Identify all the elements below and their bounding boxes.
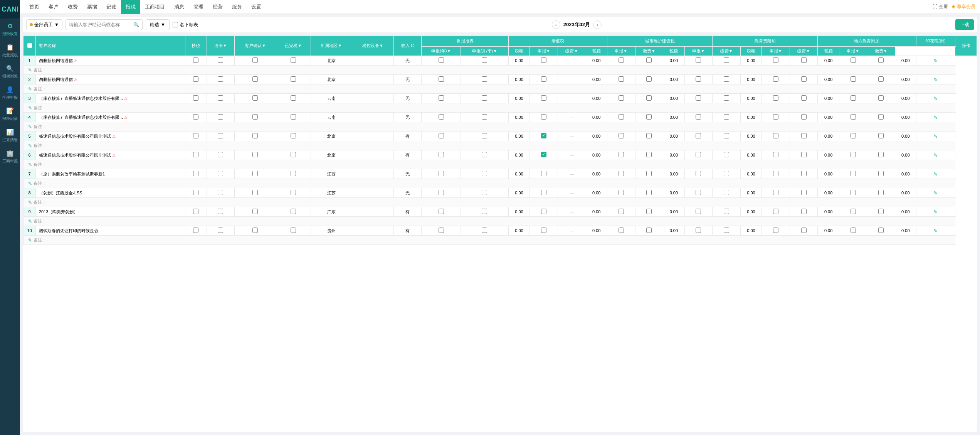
chaoshui-checkbox[interactable]	[193, 171, 198, 176]
tax-col-10[interactable]	[839, 207, 867, 217]
qingka-checkbox[interactable]	[218, 171, 223, 176]
caiwu-year-checkbox[interactable]	[439, 152, 444, 157]
completed-tax-checkbox[interactable]	[291, 171, 296, 176]
tax-checkbox[interactable]	[878, 190, 884, 195]
caiwu-month-checkbox[interactable]	[482, 209, 487, 214]
tax-col-11[interactable]	[867, 169, 895, 179]
tax-checkbox[interactable]	[696, 57, 701, 63]
tax-col-8[interactable]	[790, 169, 818, 179]
tax-checkbox[interactable]	[646, 190, 652, 195]
customer-confirm-cell[interactable]	[235, 150, 276, 160]
tax-col-2[interactable]	[635, 75, 663, 84]
tax-checkbox[interactable]	[619, 209, 624, 214]
zs-shenb-cell[interactable]	[530, 226, 558, 236]
tax-col-8[interactable]	[790, 75, 818, 84]
tax-col-8[interactable]	[790, 56, 818, 66]
caiwu-year-checkbox[interactable]	[439, 95, 444, 101]
customer-confirm-cell[interactable]	[235, 207, 276, 217]
tax-checkbox[interactable]	[851, 57, 856, 63]
tax-checkbox[interactable]	[646, 152, 652, 157]
edit-note-icon[interactable]: ✎	[28, 67, 32, 73]
tax-col-11[interactable]	[867, 226, 895, 236]
customer-confirm-cell[interactable]	[235, 169, 276, 179]
completed-tax-checkbox[interactable]	[291, 57, 296, 63]
qingka-cell[interactable]	[207, 75, 235, 84]
tax-col-10[interactable]	[839, 132, 867, 141]
qingka-checkbox[interactable]	[218, 133, 223, 138]
tax-checkbox[interactable]	[878, 209, 884, 214]
search-input[interactable]	[69, 22, 133, 27]
tax-checkbox[interactable]	[646, 76, 652, 82]
edit-note-icon[interactable]: ✎	[28, 162, 32, 167]
tax-checkbox[interactable]	[619, 228, 624, 233]
customer-confirm-checkbox[interactable]	[252, 209, 258, 214]
tax-checkbox[interactable]	[696, 114, 701, 120]
completed-tax-cell[interactable]	[276, 94, 311, 103]
tax-checkbox[interactable]	[696, 95, 701, 101]
zs-shenb-checkbox[interactable]	[541, 57, 546, 63]
edit-button[interactable]: ✎	[932, 209, 939, 215]
edit-note-icon[interactable]: ✎	[28, 105, 32, 111]
tax-col-4[interactable]	[684, 132, 713, 141]
tax-col-8[interactable]	[790, 94, 818, 103]
caiwu-month-cell[interactable]	[461, 207, 508, 217]
edit-note-icon[interactable]: ✎	[28, 143, 32, 148]
tax-col-2[interactable]	[635, 150, 663, 160]
tax-col-2[interactable]	[635, 56, 663, 66]
caiwu-month-cell[interactable]	[461, 113, 508, 122]
caiwu-year-checkbox[interactable]	[439, 114, 444, 120]
date-prev-btn[interactable]: ‹	[552, 20, 560, 29]
completed-tax-checkbox[interactable]	[291, 209, 296, 214]
qingka-cell[interactable]	[207, 150, 235, 160]
tax-checkbox[interactable]	[773, 209, 778, 214]
tax-checkbox[interactable]	[724, 95, 729, 101]
nav-fuwu[interactable]: 服务	[227, 0, 247, 14]
nav-xiaoxi[interactable]: 消息	[170, 0, 189, 14]
caiwu-month-cell[interactable]	[461, 56, 508, 66]
tax-checkbox[interactable]	[773, 228, 778, 233]
operation-cell[interactable]: ✎	[916, 113, 955, 122]
tax-col-5[interactable]	[713, 56, 741, 66]
zs-shenb-cell[interactable]	[530, 75, 558, 84]
tax-col-8[interactable]	[790, 113, 818, 122]
tax-col-4[interactable]	[684, 94, 713, 103]
tax-checkbox[interactable]	[773, 95, 778, 101]
completed-tax-cell[interactable]	[276, 132, 311, 141]
zs-shenb-checkbox[interactable]	[541, 190, 546, 195]
completed-tax-cell[interactable]	[276, 75, 311, 84]
caiwu-month-cell[interactable]	[461, 132, 508, 141]
tax-col-10[interactable]	[839, 94, 867, 103]
caiwu-month-checkbox[interactable]	[482, 171, 487, 176]
edit-button[interactable]: ✎	[932, 228, 939, 234]
tax-checkbox[interactable]	[696, 133, 701, 138]
tax-col-1[interactable]	[607, 94, 635, 103]
caiwu-year-cell[interactable]	[422, 150, 461, 160]
tax-col-10[interactable]	[839, 188, 867, 198]
tax-checkbox[interactable]	[801, 114, 807, 120]
qingka-checkbox[interactable]	[218, 95, 223, 101]
tax-col-1[interactable]	[607, 56, 635, 66]
caiwu-month-checkbox[interactable]	[482, 114, 487, 120]
tax-checkbox[interactable]	[773, 133, 778, 138]
tax-col-7[interactable]	[762, 150, 790, 160]
tax-checkbox[interactable]	[619, 76, 624, 82]
tax-col-2[interactable]	[635, 207, 663, 217]
nav-piaoju[interactable]: 票据	[82, 0, 102, 14]
filter-button[interactable]: 筛选 ▼	[146, 19, 170, 30]
tax-checkbox[interactable]	[878, 57, 884, 63]
qingka-checkbox[interactable]	[218, 152, 223, 157]
completed-tax-cell[interactable]	[276, 207, 311, 217]
qingka-checkbox[interactable]	[218, 114, 223, 120]
tax-col-4[interactable]	[684, 169, 713, 179]
tax-checkbox[interactable]	[878, 114, 884, 120]
caiwu-month-checkbox[interactable]	[482, 76, 487, 82]
select-all-checkbox[interactable]	[27, 43, 32, 48]
tax-col-1[interactable]	[607, 207, 635, 217]
completed-tax-cell[interactable]	[276, 188, 311, 198]
caiwu-year-checkbox[interactable]	[439, 209, 444, 214]
chaoshui-cell[interactable]	[185, 113, 207, 122]
tax-col-5[interactable]	[713, 132, 741, 141]
tax-col-5[interactable]	[713, 75, 741, 84]
qingka-checkbox[interactable]	[218, 57, 223, 63]
tax-col-4[interactable]	[684, 226, 713, 236]
